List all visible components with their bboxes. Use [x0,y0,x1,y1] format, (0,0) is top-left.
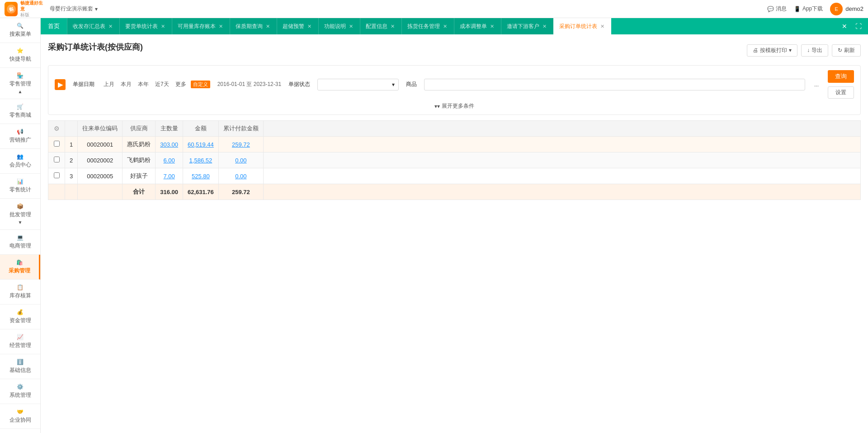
footer-index-cell [65,184,78,200]
sidebar-item-enterprise[interactable]: 🤝 企业协同 [0,404,40,429]
sidebar-item-quick-nav[interactable]: ⭐ 快捷导航 [0,43,40,68]
app-download-button[interactable]: 📱 App下载 [794,5,823,13]
sidebar-wholesale-label: 批发管理 [9,211,31,219]
page-content: 采购订单统计表(按供应商) 🖨 按模板打印 ▾ ↓ 导出 ↻ 刷新 [41,34,868,433]
filter-toggle-button[interactable]: ▶ [55,79,66,90]
tab-home[interactable]: 首页 [41,18,67,34]
tab-pick-task[interactable]: 拣货任务管理 ✕ [401,18,454,34]
checkbox-1[interactable] [54,141,60,147]
row3-checkbox[interactable] [48,168,65,184]
tab-bar-right: ✕ ⛶ [839,22,868,31]
row3-index: 3 [65,168,78,184]
tab-pick-task-close[interactable]: ✕ [442,23,448,30]
tab-invite[interactable]: 邀请下游客户 ✕ [501,18,553,34]
settings-button[interactable]: 设置 [828,86,854,99]
tab-purchase-stats[interactable]: 采购订单统计表 ✕ [553,18,611,34]
sidebar-shop-label: 零售商城 [9,111,31,119]
tab-close-all-button[interactable]: ✕ [839,22,850,31]
app-download-label: App下载 [802,5,823,13]
last-month-btn[interactable]: 上月 [102,80,116,89]
expand-button[interactable]: ▾▾ 展开更多条件 [434,102,474,110]
sidebar-item-operations[interactable]: 📈 经营管理 [0,329,40,354]
sidebar-item-search[interactable]: 🔍 搜索菜单 [0,18,40,43]
more-dates-btn[interactable]: 更多 [174,80,188,89]
refresh-label: 刷新 [844,47,855,54]
refresh-button[interactable]: ↻ 刷新 [832,44,861,57]
tab-overstock[interactable]: 超储预警 ✕ [277,18,318,34]
sidebar-item-wholesale[interactable]: 📦 批发管理 ▼ [0,199,40,230]
tab-cost-adjust[interactable]: 成本调整单 ✕ [454,18,501,34]
row2-quantity[interactable]: 6.00 [156,152,183,168]
sidebar-item-retail-stats[interactable]: 📊 零售统计 [0,174,40,199]
sidebar-item-inventory[interactable]: 📋 库存核算 [0,280,40,305]
goods-input[interactable] [424,79,805,90]
row3-amount[interactable]: 525.80 [183,168,219,184]
user-menu[interactable]: E demo2 [830,3,863,15]
tab-warranty-close[interactable]: ✕ [264,23,271,30]
row1-paid[interactable]: 259.72 [218,137,263,152]
tab-config-info[interactable]: 配置信息 ✕ [360,18,401,34]
tab-cost-adjust-close[interactable]: ✕ [489,23,495,30]
logo-icon: 畅 [5,2,18,16]
tab-collect-pay[interactable]: 收发存汇总表 ✕ [67,18,119,34]
this-month-btn[interactable]: 本月 [119,80,133,89]
row2-checkbox[interactable] [48,152,65,168]
row1-supplier: 惠氏奶粉 [123,137,156,152]
tab-collect-pay-close[interactable]: ✕ [107,23,114,30]
row1-code: 00020001 [78,137,123,152]
sidebar-item-ecommerce[interactable]: 💻 电商管理 [0,230,40,255]
row3-paid[interactable]: 0.00 [218,168,263,184]
tab-warranty[interactable]: 保质期查询 ✕ [230,18,277,34]
row3-quantity[interactable]: 7.00 [156,168,183,184]
tab-invite-close[interactable]: ✕ [541,23,548,30]
workspace-selector[interactable]: 母婴行业演示账套 ▾ [50,5,763,13]
query-button[interactable]: 查询 [828,70,854,83]
export-label: 导出 [811,47,822,54]
more-conditions-btn[interactable]: ... [812,81,821,88]
last-7days-btn[interactable]: 近7天 [153,80,171,89]
tab-order-summary[interactable]: 要货单统计表 ✕ [119,18,172,34]
th-index [65,121,78,137]
sidebar-item-system[interactable]: ⚙️ 系统管理 [0,379,40,404]
th-supplier: 供应商 [123,121,156,137]
column-settings-icon[interactable]: ⚙ [53,125,60,132]
sidebar-item-marketing[interactable]: 📢 营销推广 [0,124,40,149]
goods-label: 商品 [406,81,417,88]
export-button[interactable]: ↓ 导出 [801,44,828,57]
tab-overstock-close[interactable]: ✕ [306,23,313,30]
tab-order-summary-close[interactable]: ✕ [160,23,166,30]
sidebar-item-retail-mgmt[interactable]: 🏪 零售管理 ▲ [0,68,40,99]
ecommerce-icon: 💻 [17,234,24,241]
tab-purchase-stats-close[interactable]: ✕ [599,23,606,30]
sidebar-item-finance[interactable]: 💰 资金管理 [0,305,40,329]
sidebar-purchase-label: 采购管理 [9,267,30,275]
tab-func-desc[interactable]: 功能说明 ✕ [318,18,360,34]
sidebar-item-purchase[interactable]: 🛍️ 采购管理 [0,255,40,280]
print-button[interactable]: 🖨 按模板打印 ▾ [747,44,797,57]
purchase-icon: 🛍️ [16,259,23,266]
sidebar-item-member[interactable]: 👥 会员中心 [0,149,40,174]
tab-available-stock-close[interactable]: ✕ [217,23,224,30]
checkbox-2[interactable] [54,157,60,162]
messages-button[interactable]: 💬 消息 [767,5,787,13]
sidebar-item-basic-info[interactable]: ℹ️ 基础信息 [0,354,40,379]
row2-amount[interactable]: 1,586.52 [183,152,219,168]
date-label: 单据日期 [73,81,94,88]
checkbox-3[interactable] [54,172,60,178]
expand-label: 展开更多条件 [442,102,474,110]
sidebar-item-retail-shop[interactable]: 🛒 零售商城 [0,99,40,124]
row1-checkbox[interactable] [48,137,65,152]
this-year-btn[interactable]: 本年 [136,80,151,89]
row1-quantity[interactable]: 303.00 [156,137,183,152]
tab-available-stock[interactable]: 可用量库存账本 ✕ [172,18,230,34]
sidebar-item-new-guide[interactable]: 🎯 新手引导 [0,429,40,433]
row2-paid[interactable]: 0.00 [218,152,263,168]
retail-icon: 🏪 [17,72,24,79]
row1-amount[interactable]: 60,519.44 [183,137,219,152]
row3-empty [263,168,860,184]
tab-config-close[interactable]: ✕ [389,23,396,30]
tab-func-desc-close[interactable]: ✕ [348,23,354,30]
tab-expand-button[interactable]: ⛶ [853,22,864,31]
status-select[interactable]: ▾ [317,79,399,90]
custom-date-tag[interactable]: 自定义 [191,81,210,88]
